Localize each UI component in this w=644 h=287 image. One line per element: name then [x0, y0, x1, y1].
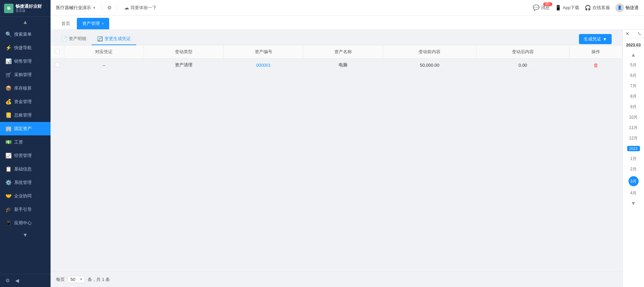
app-download-action[interactable]: 📱 App下载 [555, 5, 579, 11]
month-7[interactable]: 7月 [623, 82, 644, 90]
month-12[interactable]: 12月 [623, 134, 644, 142]
collapse-icon[interactable]: ◀ [15, 278, 19, 284]
customer-service-action[interactable]: 🎧 在线客服 [585, 5, 610, 11]
sidebar-item-fund[interactable]: 💰 资金管理 [0, 95, 51, 108]
sub-tab-change-voucher-label: 变更生成凭证 [104, 36, 131, 42]
select-all-checkbox[interactable] [55, 49, 60, 54]
change-voucher-icon: 🔄 [97, 36, 103, 41]
month-8[interactable]: 8月 [623, 92, 644, 101]
main-area: 医疗器械行业演示 ▼ ⚙ ☁ 我要体验一下 💬 消息 99+ 📱 App下载 🎧… [51, 0, 644, 287]
quicknav-icon: ⚡ [5, 45, 11, 51]
month-6[interactable]: 6月 [623, 71, 644, 80]
generate-voucher-label: 生成凭证 [584, 36, 601, 42]
dropdown-icon: ▼ [92, 6, 96, 10]
sidebar-item-inventory[interactable]: 📦 库存核算 [0, 82, 51, 95]
month-10[interactable]: 10月 [623, 113, 644, 122]
avatar: 👤 [615, 3, 624, 12]
table-row: -- 资产清理 000001 电脑 50,000.00 0.00 🗑 [51, 59, 622, 72]
table-header-asset-no: 资产编号 [223, 45, 303, 59]
tab-close-icon[interactable]: × [102, 22, 104, 26]
company-settings-icon[interactable]: ⚙ [107, 5, 112, 11]
right-panel-close-icon[interactable]: ✕ [625, 31, 630, 36]
tab-home[interactable]: 首页 [56, 18, 75, 29]
app-edition: 普及版 [16, 9, 42, 13]
row-before-content: 50,000.00 [383, 59, 477, 72]
sidebar-item-system[interactable]: ⚙️ 系统管理 [0, 176, 51, 189]
header-right: 💬 消息 99+ 📱 App下载 🎧 在线客服 👤 畅捷通 [533, 3, 639, 12]
generate-voucher-button[interactable]: 生成凭证 ▼ [579, 34, 612, 44]
year-2023-label: 2023 [627, 146, 640, 151]
sidebar-item-label: 企业协同 [14, 193, 32, 199]
sidebar-item-label: 库存核算 [14, 85, 32, 91]
month-scroll-down[interactable]: ▼ [630, 199, 638, 208]
customer-service-label: 在线客服 [592, 5, 610, 11]
purchase-icon: 🛒 [5, 72, 11, 78]
sidebar-item-quicknav[interactable]: ⚡ 快捷导航 [0, 41, 51, 55]
sidebar-item-cooperation[interactable]: 🤝 企业协同 [0, 189, 51, 203]
delete-button[interactable]: 🗑 [593, 62, 599, 68]
sidebar-item-label: 搜索菜单 [14, 31, 32, 37]
row-checkbox-cell[interactable] [51, 59, 64, 72]
right-panel-year: 2023.03 [624, 41, 643, 49]
sidebar-item-label: 资金管理 [14, 99, 32, 105]
sidebar-item-label: 经营管理 [14, 153, 32, 159]
operation-icon: 📈 [5, 153, 11, 159]
month-11[interactable]: 11月 [623, 124, 644, 132]
sidebar-item-app-center[interactable]: 📱 应用中心 [0, 216, 51, 230]
sidebar-item-label: 采购管理 [14, 72, 32, 78]
header-divider-2 [117, 4, 117, 11]
inventory-icon: 📦 [5, 85, 11, 91]
right-panel-expand-icon[interactable]: ⤡ [637, 31, 641, 36]
sidebar-scroll-up[interactable]: ▲ [21, 18, 29, 26]
ledger-icon: 📒 [5, 112, 11, 118]
message-action[interactable]: 💬 消息 99+ [533, 4, 550, 11]
system-icon: ⚙️ [5, 180, 11, 186]
user-menu[interactable]: 👤 畅捷通 [615, 3, 639, 12]
logo-icon: 畅 [4, 4, 13, 13]
sidebar-scroll-down[interactable]: ▼ [21, 231, 29, 239]
tab-bar: 首页 资产管理 × [51, 15, 644, 30]
cooperation-icon: 🤝 [5, 193, 11, 199]
sales-icon: 📊 [5, 58, 11, 64]
month-2[interactable]: 2月 [623, 165, 644, 173]
per-page-label: 每页 [56, 277, 65, 283]
company-name: 医疗器械行业演示 [56, 5, 91, 11]
sidebar-item-fixed-assets[interactable]: 🏢 固定资产 [0, 122, 51, 135]
sidebar-item-label: 快捷导航 [14, 45, 32, 51]
month-5[interactable]: 5月 [623, 61, 644, 69]
sidebar-item-basic-info[interactable]: 📋 基础信息 [0, 162, 51, 176]
header-divider-1 [101, 4, 102, 11]
right-panel-header: ✕ ⤡ [623, 30, 644, 38]
sidebar-item-operation[interactable]: 📈 经营管理 [0, 149, 51, 162]
tab-home-label: 首页 [61, 21, 70, 26]
sidebar-item-guide[interactable]: 🎓 新手引导 [0, 203, 51, 216]
app-download-label: App下载 [563, 5, 579, 11]
sidebar-item-payroll[interactable]: 💵 工资 [0, 135, 51, 149]
sidebar-bottom: ⚙ ◀ [0, 274, 51, 287]
month-9[interactable]: 9月 [623, 103, 644, 111]
fund-icon: 💰 [5, 99, 11, 105]
tab-asset-management-label: 资产管理 [82, 21, 100, 27]
month-scroll-up[interactable]: ▲ [630, 51, 638, 59]
table-header-checkbox[interactable] [51, 45, 64, 59]
experience-btn[interactable]: ☁ 我要体验一下 [124, 5, 157, 11]
settings-bottom-icon[interactable]: ⚙ [5, 278, 10, 284]
page-size-select[interactable]: 50 10 20 100 [67, 276, 85, 283]
tab-asset-management[interactable]: 资产管理 × [77, 18, 109, 29]
fixed-assets-icon: 🏢 [5, 126, 11, 132]
sidebar-item-sales[interactable]: 📊 销售管理 [0, 55, 51, 68]
month-1[interactable]: 1月 [623, 155, 644, 163]
row-checkbox[interactable] [55, 62, 60, 67]
sub-tab-asset-detail[interactable]: 📄 资产明细 [56, 33, 92, 45]
company-selector[interactable]: 医疗器械行业演示 ▼ [56, 5, 96, 11]
sidebar-item-label: 总账管理 [14, 112, 32, 118]
month-4[interactable]: 4月 [623, 189, 644, 197]
sidebar-item-search[interactable]: 🔍 搜索菜单 [0, 28, 51, 41]
sidebar-item-ledger[interactable]: 📒 总账管理 [0, 108, 51, 122]
sub-tab-change-voucher[interactable]: 🔄 变更生成凭证 [92, 33, 136, 45]
sidebar-item-purchase[interactable]: 🛒 采购管理 [0, 68, 51, 82]
row-after-content: 0.00 [476, 59, 570, 72]
experience-label: 我要体验一下 [130, 5, 157, 11]
month-3-active[interactable]: 3月 [628, 176, 639, 186]
basic-info-icon: 📋 [5, 166, 11, 172]
